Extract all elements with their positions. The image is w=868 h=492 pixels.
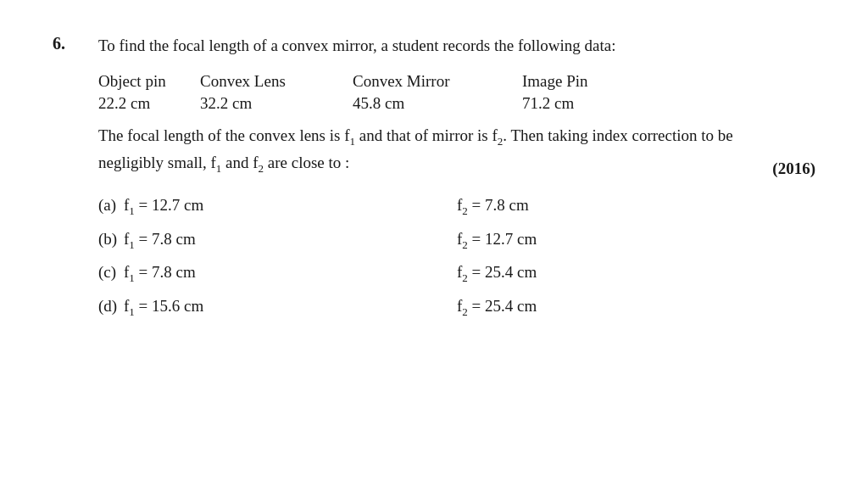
question-container: 6. To find the focal length of a convex … [27,17,841,338]
question-number: 6. [53,34,78,59]
option-a-right: f2 = 7.8 cm [457,192,815,221]
option-a-left-value: f1 = 12.7 cm [124,192,203,221]
option-c-left-value: f1 = 7.8 cm [124,259,196,288]
option-d-right-value: f2 = 25.4 cm [457,293,537,321]
col3-value: 45.8 cm [353,94,522,113]
question-intro: To find the focal length of a convex mir… [98,34,615,59]
options-block: (a) f1 = 12.7 cm f2 = 7.8 cm (b) f1 = 7.… [98,192,815,322]
option-c-label: (c) [98,259,124,286]
description-block: The focal length of the convex lens is f… [98,123,815,178]
option-c-right-value: f2 = 25.4 cm [457,259,537,288]
year-badge: (2016) [764,159,815,178]
option-d-left: (d) f1 = 15.6 cm [98,293,457,321]
option-b-left: (b) f1 = 7.8 cm [98,226,457,254]
option-d-right: f2 = 25.4 cm [457,293,815,321]
col1-header: Object pin [98,72,200,91]
col2-value: 32.2 cm [200,94,353,113]
question-header: 6. To find the focal length of a convex … [53,34,815,59]
col4-value: 71.2 cm [522,94,649,113]
table-header-row: Object pin Convex Lens Convex Mirror Ima… [98,72,815,91]
option-c-right: f2 = 25.4 cm [457,259,815,288]
description-text: The focal length of the convex lens is f… [98,123,734,178]
option-b-label: (b) [98,226,124,253]
option-d-left-value: f1 = 15.6 cm [124,293,203,321]
col2-header: Convex Lens [200,72,353,91]
col1-value: 22.2 cm [98,94,200,113]
option-b-right: f2 = 12.7 cm [457,226,815,254]
option-b-left-value: f1 = 7.8 cm [124,226,196,254]
option-b-right-value: f2 = 12.7 cm [457,226,537,254]
option-a-label: (a) [98,192,124,219]
option-a-left: (a) f1 = 12.7 cm [98,192,457,221]
table-values-row: 22.2 cm 32.2 cm 45.8 cm 71.2 cm [98,94,815,113]
col3-header: Convex Mirror [353,72,522,91]
option-c-left: (c) f1 = 7.8 cm [98,259,457,288]
col4-header: Image Pin [522,72,649,91]
option-a-right-value: f2 = 7.8 cm [457,192,529,221]
data-table: Object pin Convex Lens Convex Mirror Ima… [98,72,815,113]
option-d-label: (d) [98,293,124,320]
